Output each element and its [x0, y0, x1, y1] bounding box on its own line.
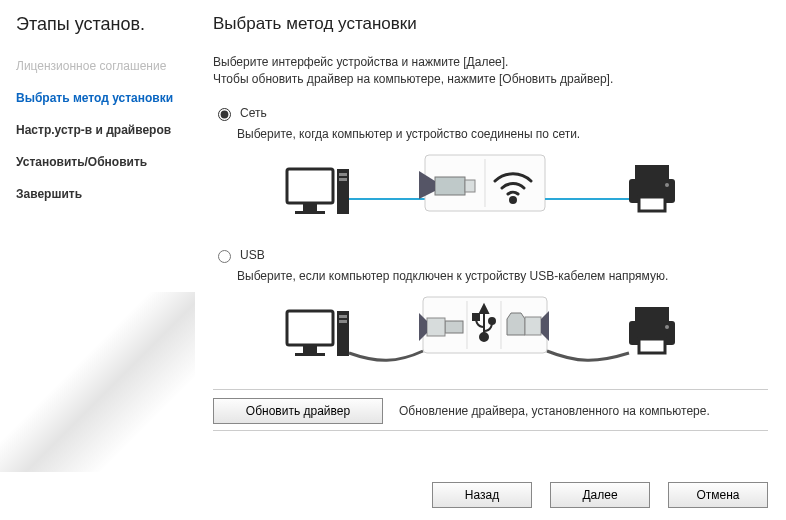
option-network-row[interactable]: Сеть [213, 105, 768, 121]
svg-point-31 [489, 318, 495, 324]
radio-network[interactable] [218, 108, 231, 121]
step-install: Установить/Обновить [16, 155, 195, 169]
svg-rect-22 [339, 320, 347, 323]
svg-rect-18 [303, 346, 317, 353]
svg-rect-19 [295, 353, 325, 356]
svg-rect-32 [525, 317, 541, 335]
svg-point-11 [511, 197, 516, 202]
back-button[interactable]: Назад [432, 482, 532, 508]
svg-rect-4 [339, 173, 347, 176]
svg-rect-15 [639, 197, 665, 211]
svg-rect-2 [295, 211, 325, 214]
network-illustration [237, 149, 768, 233]
option-usb-row[interactable]: USB [213, 247, 768, 263]
svg-rect-26 [445, 321, 463, 333]
step-license: Лицензионное соглашение [16, 59, 195, 73]
svg-rect-33 [635, 307, 669, 321]
step-finish: Завершить [16, 187, 195, 201]
step-devices: Настр.устр-в и драйверов [16, 123, 195, 137]
page-title: Выбрать метод установки [213, 14, 768, 34]
main-panel: Выбрать метод установки Выберите интерфе… [195, 0, 786, 472]
bottom-button-bar: Назад Далее Отмена [0, 472, 786, 520]
update-driver-row: Обновить драйвер Обновление драйвера, ус… [213, 389, 768, 431]
usb-illustration [237, 291, 768, 375]
svg-rect-1 [303, 204, 317, 211]
svg-rect-5 [339, 178, 347, 181]
svg-point-36 [665, 325, 669, 329]
option-usb-label: USB [240, 248, 265, 262]
cancel-button[interactable]: Отмена [668, 482, 768, 508]
svg-rect-0 [287, 169, 333, 203]
option-usb-sub: Выберите, если компьютер подключен к уст… [237, 269, 768, 283]
sidebar: Этапы установ. Лицензионное соглашение В… [0, 0, 195, 472]
update-driver-button[interactable]: Обновить драйвер [213, 398, 383, 424]
option-network-sub: Выберите, когда компьютер и устройство с… [237, 127, 768, 141]
step-method: Выбрать метод установки [16, 91, 195, 105]
svg-rect-10 [465, 180, 475, 192]
sidebar-title: Этапы установ. [16, 14, 195, 35]
svg-rect-35 [639, 339, 665, 353]
svg-rect-30 [473, 314, 479, 320]
page-description: Выберите интерфейс устройства и нажмите … [213, 54, 768, 89]
next-button[interactable]: Далее [550, 482, 650, 508]
radio-usb[interactable] [218, 250, 231, 263]
svg-rect-13 [635, 165, 669, 179]
option-network-label: Сеть [240, 106, 267, 120]
svg-rect-21 [339, 315, 347, 318]
svg-rect-17 [287, 311, 333, 345]
svg-rect-9 [435, 177, 465, 195]
svg-point-16 [665, 183, 669, 187]
update-driver-text: Обновление драйвера, установленного на к… [399, 404, 710, 418]
svg-rect-27 [427, 318, 445, 336]
